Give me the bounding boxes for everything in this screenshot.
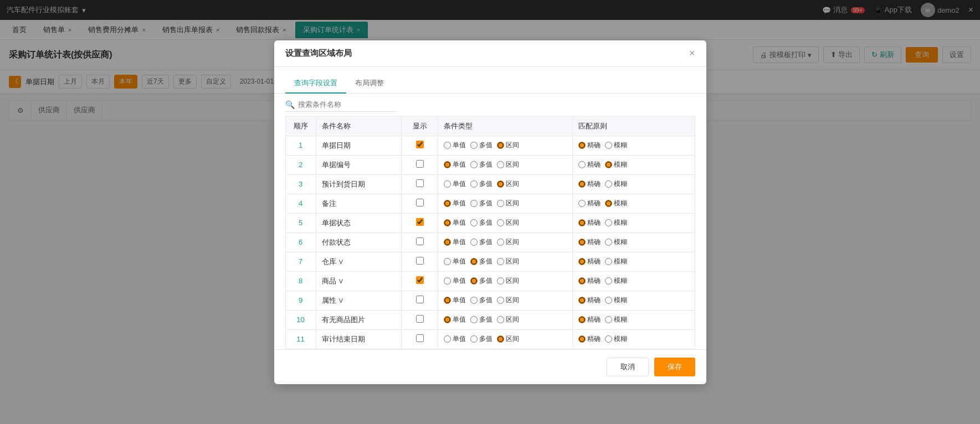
modal-table: 顺序 条件名称 显示 条件类型 匹配原则: [274, 116, 706, 127]
tab-query-fields-label: 查询字段设置: [294, 79, 337, 87]
search-input-wrap: 🔍: [285, 100, 396, 112]
modal-title: 设置查询区域布局: [285, 48, 352, 59]
col-order: 顺序: [285, 116, 316, 127]
tab-layout-adjust-label: 布局调整: [355, 79, 384, 87]
col-type: 条件类型: [438, 116, 573, 127]
modal-dialog: 设置查询区域布局 × 查询字段设置 布局调整 🔍: [274, 40, 706, 127]
search-input[interactable]: [298, 100, 387, 108]
modal-header: 设置查询区域布局 ×: [274, 40, 706, 67]
tab-layout-adjust[interactable]: 布局调整: [346, 74, 393, 94]
fields-table: 顺序 条件名称 显示 条件类型 匹配原则: [285, 116, 695, 127]
tab-query-fields[interactable]: 查询字段设置: [285, 74, 346, 94]
col-name: 条件名称: [316, 116, 401, 127]
table-header-row: 顺序 条件名称 显示 条件类型 匹配原则: [285, 116, 695, 127]
modal-search-area: 🔍: [274, 94, 706, 116]
search-icon: 🔍: [285, 100, 295, 109]
col-display: 显示: [402, 116, 438, 127]
modal-overlay: 设置查询区域布局 × 查询字段设置 布局调整 🔍: [0, 0, 980, 127]
col-match: 匹配原则: [572, 116, 695, 127]
modal-tabs: 查询字段设置 布局调整: [274, 67, 706, 94]
modal-close-button[interactable]: ×: [689, 48, 695, 58]
